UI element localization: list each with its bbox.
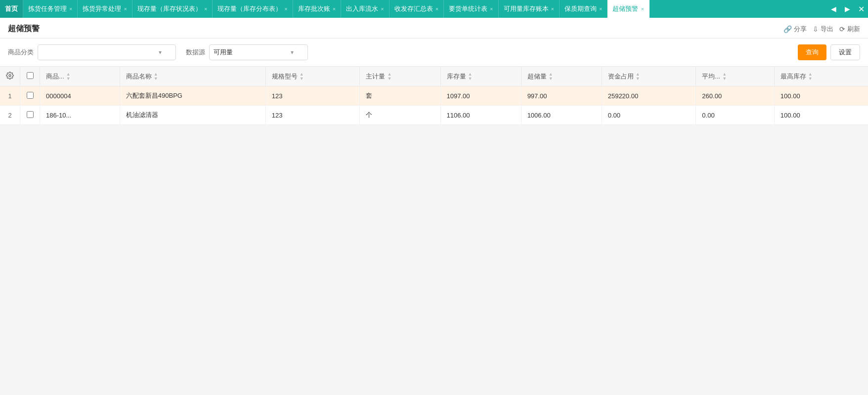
svg-point-0 (9, 75, 11, 77)
category-label: 商品分类 (8, 48, 34, 57)
gear-icon[interactable] (6, 74, 14, 81)
col-code-sort[interactable]: 商品... ▲▼ (46, 72, 71, 81)
row-stock: 1097.00 (440, 86, 521, 106)
row-overstock: 997.00 (521, 86, 602, 106)
page-title: 超储预警 (8, 24, 40, 34)
col-gear (0, 67, 20, 86)
refresh-icon: ⟳ (839, 25, 845, 33)
nav-item-available-account[interactable]: 可用量库存账本 × (499, 0, 560, 18)
datasource-filter-group: 数据源 可用量 ▾ (186, 44, 308, 60)
category-filter-group: 商品分类 ▾ (8, 44, 176, 60)
nav-item-pick-task[interactable]: 拣货任务管理 × (23, 0, 78, 18)
col-max-header: 最高库存 ▲▼ (774, 67, 868, 86)
row-num-cell: 1 (0, 86, 20, 106)
chevron-down-icon: ▾ (291, 49, 294, 56)
table-container: 商品... ▲▼ 商品名称 ▲▼ 规格型号 ▲▼ (0, 67, 868, 125)
col-spec-sort[interactable]: 规格型号 ▲▼ (272, 72, 304, 81)
nav-item-pick-exception[interactable]: 拣货异常处理 × (78, 0, 132, 18)
close-icon[interactable]: × (284, 6, 287, 12)
row-checkbox-cell (20, 106, 40, 125)
nav-close-button[interactable]: ✕ (854, 0, 868, 18)
col-checkbox-header (20, 67, 40, 86)
table-row: 2 186-10... 机油滤清器 123 个 1106.00 1006.00 … (0, 106, 868, 125)
close-icon[interactable]: × (599, 6, 602, 12)
datasource-select[interactable]: 可用量 ▾ (209, 44, 308, 60)
chevron-down-icon: ▾ (159, 49, 162, 56)
close-icon[interactable]: × (204, 6, 207, 12)
nav-item-expiry-query[interactable]: 保质期查询 × (560, 0, 608, 18)
nav-item-home[interactable]: 首页 (0, 0, 23, 18)
share-action[interactable]: 🔗 分享 (783, 25, 807, 34)
close-icon[interactable]: × (435, 6, 438, 12)
sort-arrows-icon: ▲▼ (154, 72, 158, 81)
settings-button[interactable]: 设置 (830, 44, 860, 60)
sort-arrows-icon: ▲▼ (66, 72, 71, 81)
col-unit-sort[interactable]: 主计量 ▲▼ (366, 72, 391, 81)
datasource-value: 可用量 (214, 48, 233, 57)
nav-item-summary-table[interactable]: 收发存汇总表 × (390, 0, 444, 18)
row-code: 0000004 (40, 86, 120, 106)
row-checkbox[interactable] (27, 92, 34, 99)
row-checkbox[interactable] (27, 111, 34, 118)
col-spec-header: 规格型号 ▲▼ (265, 67, 360, 86)
row-spec: 123 (265, 106, 360, 125)
filter-actions: 查询 设置 (798, 44, 860, 60)
col-name-sort[interactable]: 商品名称 ▲▼ (126, 72, 158, 81)
col-avg-sort[interactable]: 平均... ▲▼ (702, 72, 727, 81)
close-icon[interactable]: × (490, 6, 493, 12)
export-icon: ⇩ (813, 25, 819, 33)
close-icon[interactable]: × (124, 6, 127, 12)
sort-arrows-icon: ▲▼ (300, 72, 304, 81)
select-all-checkbox[interactable] (27, 72, 34, 79)
header-actions: 🔗 分享 ⇩ 导出 ⟳ 刷新 (783, 25, 860, 34)
table-header-row: 商品... ▲▼ 商品名称 ▲▼ 规格型号 ▲▼ (0, 67, 868, 86)
row-overstock: 1006.00 (521, 106, 602, 125)
datasource-label: 数据源 (186, 48, 205, 57)
col-code-header: 商品... ▲▼ (40, 67, 120, 86)
col-capital-sort[interactable]: 资金占用 ▲▼ (608, 72, 640, 81)
col-avg-header: 平均... ▲▼ (696, 67, 775, 86)
row-unit: 套 (360, 86, 440, 106)
sort-arrows-icon: ▲▼ (387, 72, 391, 81)
close-icon[interactable]: × (381, 6, 384, 12)
nav-item-inventory-status[interactable]: 现存量（库存状况表） × (132, 0, 213, 18)
row-name: 机油滤清器 (120, 106, 265, 125)
close-icon[interactable]: × (69, 6, 72, 12)
close-icon[interactable]: × (641, 6, 644, 12)
table-body: 1 0000004 六配套新昌490BPG 123 套 1097.00 997.… (0, 86, 868, 125)
nav-prev-button[interactable]: ◀ (826, 0, 840, 18)
col-overstock-sort[interactable]: 超储量 ▲▼ (527, 72, 553, 81)
close-icon[interactable]: × (333, 6, 336, 12)
export-action[interactable]: ⇩ 导出 (813, 25, 833, 34)
nav-item-inventory-dist[interactable]: 现存量（库存分布表） × (213, 0, 293, 18)
sort-arrows-icon: ▲▼ (468, 72, 473, 81)
row-max: 100.00 (774, 106, 868, 125)
row-code: 186-10... (40, 106, 120, 125)
refresh-action[interactable]: ⟳ 刷新 (839, 25, 860, 34)
nav-item-overstock-warning[interactable]: 超储预警 × (608, 0, 649, 18)
row-spec: 123 (265, 86, 360, 106)
nav-item-in-out-flow[interactable]: 出入库流水 × (341, 0, 389, 18)
category-select[interactable]: ▾ (38, 44, 176, 60)
share-icon: 🔗 (783, 25, 792, 33)
row-checkbox-cell (20, 86, 40, 106)
col-stock-sort[interactable]: 库存量 ▲▼ (447, 72, 473, 81)
col-unit-header: 主计量 ▲▼ (360, 67, 440, 86)
col-max-sort[interactable]: 最高库存 ▲▼ (781, 72, 813, 81)
col-name-header: 商品名称 ▲▼ (120, 67, 265, 86)
row-num-cell: 2 (0, 106, 20, 125)
row-max: 100.00 (774, 86, 868, 106)
row-name: 六配套新昌490BPG (120, 86, 265, 106)
row-capital: 259220.00 (602, 86, 696, 106)
sort-arrows-icon: ▲▼ (549, 72, 553, 81)
nav-item-order-stats[interactable]: 要货单统计表 × (444, 0, 498, 18)
row-avg: 0.00 (696, 106, 775, 125)
table-row: 1 0000004 六配套新昌490BPG 123 套 1097.00 997.… (0, 86, 868, 106)
close-icon[interactable]: × (551, 6, 554, 12)
sort-arrows-icon: ▲▼ (636, 72, 640, 81)
row-capital: 0.00 (602, 106, 696, 125)
nav-item-batch-account[interactable]: 库存批次账 × (293, 0, 341, 18)
nav-next-button[interactable]: ▶ (840, 0, 854, 18)
col-stock-header: 库存量 ▲▼ (440, 67, 521, 86)
query-button[interactable]: 查询 (798, 44, 826, 60)
